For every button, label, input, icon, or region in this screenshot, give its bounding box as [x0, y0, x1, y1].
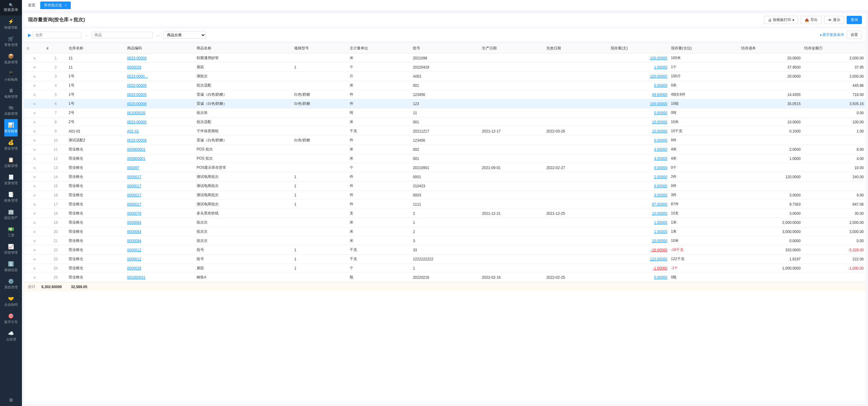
cell-code[interactable]: 001000026: [125, 108, 195, 117]
cell-code[interactable]: 0000017: [125, 200, 195, 209]
cell-code[interactable]: 0023-00009: [125, 54, 195, 63]
cell-prod-date: [480, 154, 545, 163]
cell-code[interactable]: 0000084: [125, 218, 195, 227]
sidebar-item-invoice[interactable]: 🧾发票管理: [4, 171, 18, 189]
cell-code[interactable]: 0000084: [125, 236, 195, 245]
sidebar-item-newbie[interactable]: 🎯新手引导: [4, 310, 18, 328]
cell-prod-date: [480, 181, 545, 191]
sidebar-item-purchase[interactable]: 🛍采购管理: [4, 102, 18, 119]
sidebar-item-label: 系统管理: [4, 285, 18, 290]
cell-expire-date: [545, 264, 609, 273]
cell-code[interactable]: 0000078: [125, 209, 195, 218]
row-check: ○: [24, 181, 44, 191]
cell-code[interactable]: 000900001: [125, 145, 195, 154]
print-button[interactable]: 🖨 按模板打印 ▾: [764, 16, 798, 24]
cell-batch: 2021098: [411, 54, 480, 63]
cell-code[interactable]: A01-01: [125, 127, 195, 136]
sidebar-item-enterprise[interactable]: 🤝企业协同: [4, 293, 18, 310]
cell-qty-main: 0.00000: [609, 81, 669, 90]
cell-spec: [292, 218, 348, 227]
cell-code[interactable]: 0000012: [125, 255, 195, 264]
cell-prod-date: 2022-02-16: [480, 273, 545, 282]
cell-amount: [802, 181, 866, 191]
export-button[interactable]: 📤 导出: [801, 16, 822, 24]
sidebar-item-payroll[interactable]: 💵工资: [4, 223, 18, 241]
sidebar-search[interactable]: 🔍 搜索菜单: [0, 0, 22, 15]
cell-name: 多头黑色软线: [195, 209, 292, 218]
sidebar-item-tax[interactable]: 📑税务管理: [4, 189, 18, 206]
expand-conditions-button[interactable]: ▾ 展开更多条件: [820, 32, 844, 37]
sidebar-item-micro-store[interactable]: 📱小程电商: [4, 68, 18, 85]
cell-code[interactable]: 0023-00005: [125, 117, 195, 127]
sidebar-item-wholesale[interactable]: 📦批发管理: [4, 50, 18, 68]
sidebar-item-retail[interactable]: 🛒零售管理: [4, 33, 18, 50]
row-check: ○: [24, 117, 44, 127]
cell-batch: 20220429: [411, 63, 480, 72]
total-qty-value: 6,302.60000: [41, 285, 62, 289]
col-header-name: 商品名称: [195, 43, 292, 54]
cell-cost: [739, 81, 802, 90]
sidebar-item-general[interactable]: 📋总账管理: [4, 154, 18, 171]
cell-code[interactable]: 001000031: [125, 273, 195, 282]
asset-icon: 💰: [8, 139, 14, 145]
sidebar-item-basic[interactable]: ℹ️基础信息: [4, 258, 18, 275]
sidebar-item-fixed-asset[interactable]: 🏢固定资产: [4, 206, 18, 223]
cell-spec: [292, 163, 348, 172]
tab-inventory-batch[interactable]: 库存批次监✕: [40, 2, 71, 9]
warehouse-input[interactable]: [33, 32, 82, 38]
cell-code[interactable]: 0023-00008: [125, 136, 195, 145]
sidebar-item-ecommerce[interactable]: 🖥电商管理: [4, 85, 18, 102]
cell-code[interactable]: 000097: [125, 163, 195, 172]
chevron-down-icon: ▾: [793, 18, 794, 22]
cell-code[interactable]: 0000012: [125, 245, 195, 255]
cell-warehouse: 营业粮仓: [67, 273, 125, 282]
cell-code[interactable]: 0000029: [125, 63, 195, 72]
search-button[interactable]: 查询: [847, 16, 862, 24]
cell-qty-stock: 87件: [669, 200, 739, 209]
cell-warehouse: 营业粮仓: [67, 200, 125, 209]
cell-amount: 9.00: [802, 191, 866, 200]
fixed-asset-icon: 🏢: [8, 209, 14, 215]
row-number: 6: [44, 99, 67, 108]
warehouse-filter: ▶: [28, 32, 82, 38]
cell-code[interactable]: 0023-00008: [125, 99, 195, 108]
cell-code[interactable]: 0000029: [125, 264, 195, 273]
cell-code[interactable]: 0000017: [125, 181, 195, 191]
cell-amount: 1.00: [802, 127, 866, 136]
cell-code[interactable]: 0000017: [125, 191, 195, 200]
sidebar-item-system[interactable]: ⚙️系统管理: [4, 275, 18, 293]
col-header-prod_date: 生产日期: [480, 43, 545, 54]
cell-prod-date: 2021-12-21: [480, 209, 545, 218]
display-button[interactable]: 👁 显示: [824, 16, 844, 24]
sidebar-item-business[interactable]: 📈经营管理: [4, 241, 18, 258]
sidebar-item-inventory[interactable]: 📊库存核算: [4, 119, 18, 136]
cell-code[interactable]: 0000084: [125, 227, 195, 236]
tab-close-icon[interactable]: ✕: [65, 4, 67, 7]
cell-qty-stock: 4米: [669, 154, 739, 163]
cell-qty-main: 100.00000: [609, 99, 669, 108]
tab-home[interactable]: 首页: [24, 2, 39, 9]
settings-button[interactable]: 设置: [847, 31, 862, 39]
cell-code[interactable]: 0000017: [125, 172, 195, 181]
row-check: ○: [24, 191, 44, 200]
category-select[interactable]: 商品分类: [163, 31, 206, 39]
cell-code[interactable]: 0023-00005: [125, 90, 195, 99]
cell-code[interactable]: 000900001: [125, 154, 195, 163]
cell-cost: 333.0000: [739, 245, 802, 255]
cell-unit: 件: [348, 191, 411, 200]
cell-expire-date: [545, 245, 609, 255]
row-check: ○: [24, 264, 44, 273]
table-row: ○24营业粮仓0000029展筋1个1-1.00000-1个1,000.0000…: [24, 264, 866, 273]
cell-code[interactable]: 0023-0000...: [125, 72, 195, 81]
cell-name: 批次适配: [195, 81, 292, 90]
sidebar-item-quick-nav[interactable]: ⚡快捷导航: [4, 15, 18, 33]
sidebar-item-cloud[interactable]: ☁️云应用: [4, 328, 18, 345]
cell-qty-stock: -1个: [669, 264, 739, 273]
product-input[interactable]: [92, 32, 153, 38]
cell-batch: 1: [411, 264, 480, 273]
sidebar-settings[interactable]: ⚙: [0, 394, 22, 406]
cell-batch: 0001: [411, 172, 480, 181]
cell-code[interactable]: 0023-00005: [125, 81, 195, 90]
sidebar-item-asset[interactable]: 💰资金管理: [4, 136, 18, 154]
cell-qty-stock: 10组: [669, 99, 739, 108]
